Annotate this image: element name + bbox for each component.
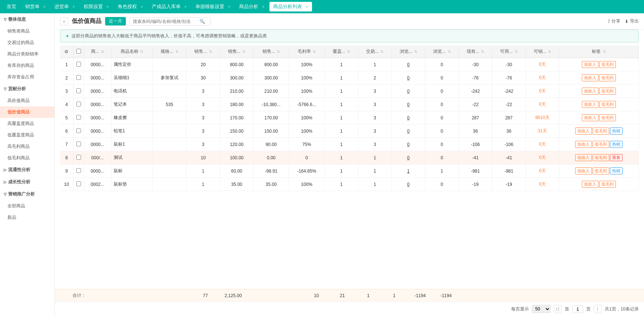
sidebar-item-high-margin[interactable]: 高毛利商品: [0, 141, 54, 152]
col-views1[interactable]: 浏览... ⇅: [392, 45, 425, 58]
sidebar-item-low-margin[interactable]: 低毛利商品: [0, 152, 54, 164]
row-views1[interactable]: 0: [392, 151, 425, 164]
table-row[interactable]: 3 0000... 电话机 3 210.00 210.00 100% 1 3 0…: [60, 85, 639, 98]
sidebar-item-traded-products[interactable]: 交易过的商品: [0, 37, 54, 48]
row-checkbox[interactable]: [73, 178, 84, 191]
first-page-button[interactable]: ⟨⟨: [554, 305, 562, 313]
nav-role-auth[interactable]: 角色授权 ×: [114, 2, 147, 11]
row-select-checkbox[interactable]: [76, 155, 81, 160]
row-select-checkbox[interactable]: [76, 75, 81, 80]
views-link[interactable]: 0: [407, 102, 410, 107]
table-row[interactable]: 4 0000... 笔记本 535 3 180.00 -10,380... -5…: [60, 98, 639, 111]
sidebar-group-contribution[interactable]: ▽贡献分析: [0, 83, 54, 95]
col-code[interactable]: 商... ⇅: [84, 45, 111, 58]
close-icon[interactable]: ×: [107, 4, 109, 9]
nav-product-analysis[interactable]: 商品分析 ×: [235, 2, 268, 11]
table-row[interactable]: 10 0002... 鼠标垫 1 35.00 35.00 100% 1 1 0 …: [60, 178, 639, 191]
col-coverage[interactable]: 覆盖... ⇅: [325, 45, 358, 58]
row-select-checkbox[interactable]: [76, 142, 81, 146]
row-select-checkbox[interactable]: [76, 102, 81, 106]
share-button[interactable]: ⤴ 分享: [608, 18, 620, 24]
row-checkbox[interactable]: [73, 58, 84, 71]
table-row[interactable]: 2 0000... 吴细细1 参加复试 30 300.00 300.00 100…: [60, 71, 639, 85]
table-row[interactable]: 8 000/... 测试 10 100.00 0.00 0 1 1 0 0 -4…: [60, 151, 639, 164]
sidebar-item-stock-capital[interactable]: 库存资金占用: [0, 71, 54, 83]
sidebar-group-growth[interactable]: ▷成长性分析: [0, 176, 54, 188]
col-available[interactable]: 可用... ⇅: [492, 45, 526, 58]
sidebar-item-sales-products[interactable]: 销售类商品: [0, 26, 54, 37]
period-button[interactable]: 近一月: [105, 17, 126, 26]
sidebar-item-stocked-products[interactable]: 有库存的商品: [0, 60, 54, 71]
col-sales-qty[interactable]: 销售... ⇅: [187, 45, 220, 58]
close-icon[interactable]: ×: [262, 4, 264, 9]
views-link[interactable]: 0: [407, 89, 410, 94]
close-icon[interactable]: ×: [141, 4, 143, 9]
table-container[interactable]: ⚙ 商... ⇅ 商品名称 ⇅ 规格... ⇅ 销售... ⇅ 销售... ⇅ …: [55, 45, 644, 289]
col-sales-amount[interactable]: 销售... ⇅: [254, 45, 289, 58]
sidebar-item-low-value[interactable]: 低价值商品: [0, 106, 54, 118]
export-button[interactable]: ⬇ 导出: [625, 18, 639, 24]
views-link[interactable]: 0: [407, 115, 410, 120]
nav-permissions[interactable]: 权限设置 ×: [80, 2, 113, 11]
row-views1[interactable]: 0: [392, 138, 425, 151]
row-checkbox[interactable]: [73, 164, 84, 178]
row-checkbox[interactable]: [73, 85, 84, 98]
row-checkbox[interactable]: [73, 71, 84, 85]
row-checkbox[interactable]: [73, 111, 84, 125]
sidebar-group-marketing[interactable]: ▽营销推广分析: [0, 188, 54, 200]
nav-template-settings[interactable]: 单据模板设置 ×: [192, 2, 234, 11]
row-select-checkbox[interactable]: [76, 181, 81, 186]
table-row[interactable]: 5 0000... 橡皮擦 3 170.00 170.00 100% 1 3 0…: [60, 111, 639, 125]
row-select-checkbox[interactable]: [76, 128, 81, 133]
col-tags[interactable]: 标签 ⇅: [559, 45, 639, 58]
close-icon[interactable]: ×: [184, 4, 187, 9]
col-settings[interactable]: ⚙: [60, 45, 73, 58]
col-views2[interactable]: 浏览... ⇅: [425, 45, 459, 58]
col-transactions[interactable]: 交易... ⇅: [358, 45, 392, 58]
row-checkbox[interactable]: [73, 138, 84, 151]
close-icon[interactable]: ×: [306, 4, 308, 9]
sidebar-item-all-products[interactable]: 全部商品: [0, 200, 54, 212]
col-sales-price[interactable]: 销售... ⇅: [220, 45, 254, 58]
table-row[interactable]: 1 0000... 属性定价 20 800.00 800.00 100% 1 1…: [60, 58, 639, 71]
sidebar-group-circulation[interactable]: ▷流通性分析: [0, 164, 54, 176]
row-views1[interactable]: 0: [392, 85, 425, 98]
next-page-button[interactable]: ⟩: [594, 305, 602, 313]
col-sellable[interactable]: 可销... ⇅: [526, 45, 559, 58]
row-views1[interactable]: 0: [392, 98, 425, 111]
col-spec[interactable]: 规格... ⇅: [152, 45, 187, 58]
row-select-checkbox[interactable]: [76, 168, 81, 173]
col-current[interactable]: 现有... ⇅: [459, 45, 492, 58]
sidebar-collapse-button[interactable]: «: [60, 17, 68, 26]
close-icon[interactable]: ×: [43, 4, 46, 9]
page-size-select[interactable]: 50 100 200: [532, 305, 551, 313]
col-margin[interactable]: 毛利率 ⇅: [289, 45, 325, 58]
views-link[interactable]: 0: [407, 62, 410, 67]
search-input[interactable]: [133, 19, 199, 24]
nav-product-analysis-list[interactable]: 商品分析列表 ×: [269, 2, 312, 11]
sidebar-item-category-rate[interactable]: 商品分类助销率: [0, 48, 54, 60]
views-link[interactable]: 0: [407, 142, 410, 147]
table-row[interactable]: 9 0000... 鼠标 1 60.00 -98.91 -164.85% 1 1…: [60, 164, 639, 178]
nav-product-in[interactable]: 产成品入库单 ×: [148, 2, 190, 11]
close-icon[interactable]: ×: [228, 4, 230, 9]
sidebar-item-new-products[interactable]: 新品: [0, 212, 54, 223]
nav-purchase-order[interactable]: 进货单 ×: [51, 2, 78, 11]
views-link[interactable]: 0: [407, 129, 410, 134]
row-views1[interactable]: 0: [392, 111, 425, 125]
views-link[interactable]: 0: [407, 155, 410, 160]
row-select-checkbox[interactable]: [76, 62, 81, 67]
sidebar-item-low-coverage[interactable]: 低覆盖度商品: [0, 129, 54, 141]
row-views1[interactable]: 0: [392, 125, 425, 138]
row-checkbox[interactable]: [73, 125, 84, 138]
sidebar-item-high-coverage[interactable]: 高覆盖度商品: [0, 118, 54, 129]
row-checkbox[interactable]: [73, 151, 84, 164]
sidebar-item-high-value[interactable]: 高价值商品: [0, 95, 54, 106]
row-views1[interactable]: 0: [392, 58, 425, 71]
row-select-checkbox[interactable]: [76, 88, 81, 93]
views-link[interactable]: 1: [407, 169, 410, 174]
nav-sales-order[interactable]: 销货单 ×: [21, 2, 49, 11]
row-checkbox[interactable]: [73, 98, 84, 111]
search-icon[interactable]: 🔍: [199, 19, 205, 24]
nav-home[interactable]: 首页: [3, 2, 20, 11]
